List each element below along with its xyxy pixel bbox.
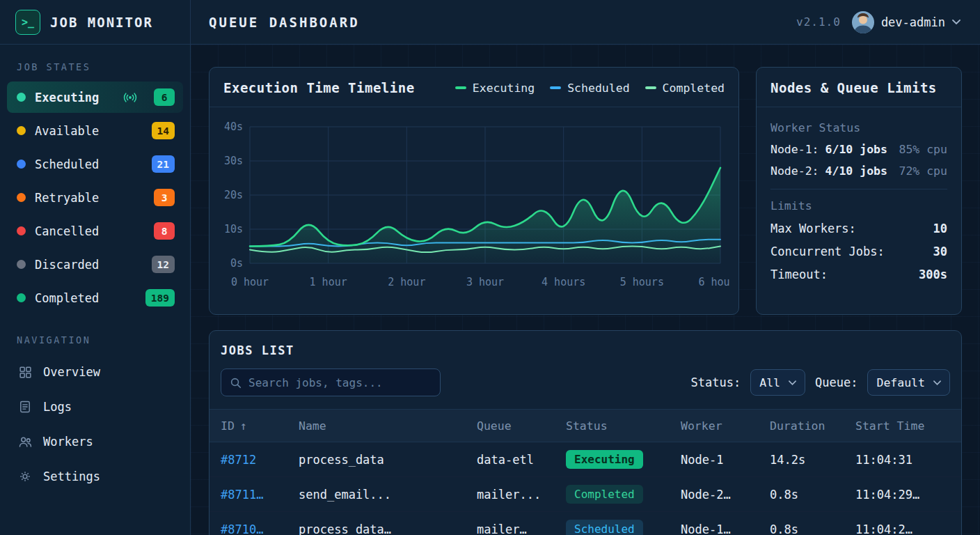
state-count-badge: 3 bbox=[154, 189, 175, 206]
state-label: Retryable bbox=[35, 191, 99, 205]
column-label: Start Time bbox=[855, 419, 924, 433]
column-label: Worker bbox=[681, 419, 722, 433]
svg-text:2 hour: 2 hour bbox=[388, 276, 425, 288]
sort-asc-icon: ↑ bbox=[240, 419, 247, 433]
column-header-queue[interactable]: Queue bbox=[477, 419, 566, 433]
limit-value: 300s bbox=[919, 268, 947, 281]
cell-name: send_email... bbox=[299, 488, 477, 502]
cell-start: 11:04:31 bbox=[855, 453, 961, 467]
svg-text:5 hours: 5 hours bbox=[620, 276, 664, 288]
cell-duration: 14.2s bbox=[770, 453, 855, 467]
svg-text:30s: 30s bbox=[224, 155, 243, 167]
sidebar-state-item[interactable]: Cancelled 8 bbox=[7, 215, 183, 247]
column-label: ID bbox=[221, 419, 235, 433]
legend-swatch bbox=[550, 86, 561, 89]
state-dot bbox=[17, 126, 26, 135]
status-badge: Scheduled bbox=[566, 520, 643, 535]
state-dot bbox=[17, 160, 26, 169]
status-filter-value: All bbox=[759, 376, 780, 389]
column-header-status[interactable]: Status bbox=[566, 419, 681, 433]
table-row[interactable]: #8710… process_data… mailer… Scheduled N… bbox=[210, 512, 961, 535]
state-count-badge: 189 bbox=[145, 289, 175, 307]
sidebar-state-item[interactable]: Executing 6 bbox=[7, 82, 183, 113]
sidebar-state-item[interactable]: Completed 189 bbox=[7, 282, 183, 313]
state-label: Cancelled bbox=[35, 224, 99, 238]
column-header-duration[interactable]: Duration bbox=[770, 419, 855, 433]
nav-label: Logs bbox=[43, 400, 72, 414]
column-label: Duration bbox=[770, 419, 825, 433]
cell-queue: mailer… bbox=[477, 522, 566, 535]
state-count-badge: 21 bbox=[152, 155, 175, 173]
main-content: Execution Time Timeline Executing Schedu… bbox=[191, 45, 980, 535]
legend-label: Scheduled bbox=[567, 82, 629, 95]
status-filter-select[interactable]: All bbox=[750, 369, 805, 396]
column-label: Status bbox=[566, 419, 608, 433]
table-row[interactable]: #8712 process_data data-etl Executing No… bbox=[210, 442, 961, 477]
chevron-down-icon bbox=[789, 380, 796, 385]
legend-item-scheduled: Scheduled bbox=[550, 82, 629, 95]
terminal-logo-icon: >_ bbox=[15, 10, 40, 35]
sidebar-item-settings[interactable]: Settings bbox=[0, 459, 190, 494]
cell-id: #8711… bbox=[221, 488, 299, 502]
chevron-down-icon bbox=[933, 380, 941, 385]
jobs-table-header: ID ↑ Name Queue Status Worker Duration S… bbox=[210, 409, 961, 442]
search-icon bbox=[230, 377, 242, 389]
state-dot bbox=[17, 93, 26, 102]
table-row[interactable]: #8711… send_email... mailer... Completed… bbox=[210, 477, 961, 512]
jobs-list-title: JOBS LIST bbox=[210, 331, 961, 362]
node-name: Node-2: bbox=[770, 164, 819, 178]
timeline-chart-svg: 0s10s20s30s40s0 hour1 hour2 hour3 hour4 … bbox=[218, 116, 730, 311]
state-count-badge: 8 bbox=[154, 222, 175, 240]
limit-label: Timeout: bbox=[770, 268, 828, 281]
document-icon bbox=[18, 401, 32, 413]
state-label: Available bbox=[35, 124, 99, 138]
sidebar-item-overview[interactable]: Overview bbox=[0, 355, 190, 389]
worker-status-label: Worker Status bbox=[770, 121, 947, 134]
cell-worker: Node-1 bbox=[681, 453, 770, 467]
limit-row: Concurrent Jobs: 30 bbox=[770, 245, 947, 258]
column-header-worker[interactable]: Worker bbox=[681, 419, 770, 433]
cell-queue: data-etl bbox=[477, 453, 566, 467]
state-label: Executing bbox=[35, 91, 99, 104]
sidebar-item-logs[interactable]: Logs bbox=[0, 389, 190, 424]
node-jobs: 4/10 jobs bbox=[825, 164, 887, 178]
column-header-start-time[interactable]: Start Time bbox=[855, 419, 961, 433]
state-dot bbox=[17, 260, 26, 269]
timeline-card: Execution Time Timeline Executing Schedu… bbox=[209, 67, 739, 315]
legend-swatch bbox=[455, 86, 466, 89]
sidebar-state-item[interactable]: Available 14 bbox=[7, 115, 183, 146]
svg-text:3 hour: 3 hour bbox=[466, 276, 504, 288]
status-badge: Executing bbox=[566, 450, 643, 469]
legend-label: Executing bbox=[473, 82, 535, 95]
page-title: QUEUE DASHBOARD bbox=[209, 15, 360, 30]
node-status-row: Node-2: 4/10 jobs 72% cpu bbox=[770, 164, 947, 178]
sidebar-state-item[interactable]: Retryable 3 bbox=[7, 182, 183, 213]
logo-glyph: >_ bbox=[22, 16, 34, 29]
sidebar-state-item[interactable]: Discarded 12 bbox=[7, 249, 183, 280]
timeline-chart: 0s10s20s30s40s0 hour1 hour2 hour3 hour4 … bbox=[210, 107, 738, 311]
user-menu[interactable]: dev-admin bbox=[852, 11, 961, 33]
search-input[interactable] bbox=[248, 376, 432, 389]
search-box bbox=[221, 369, 441, 396]
state-label: Scheduled bbox=[35, 157, 99, 171]
chevron-down-icon bbox=[952, 20, 961, 24]
queue-filter-select[interactable]: Default bbox=[867, 369, 950, 396]
gear-icon bbox=[18, 470, 32, 483]
job-states-list: Executing 6 Available 14 Scheduled 21 Re… bbox=[0, 82, 190, 313]
state-dot bbox=[17, 293, 26, 302]
node-status-row: Node-1: 6/10 jobs 85% cpu bbox=[770, 143, 947, 156]
people-icon bbox=[18, 436, 32, 448]
sidebar-state-item[interactable]: Scheduled 21 bbox=[7, 148, 183, 180]
state-count-badge: 12 bbox=[152, 256, 175, 273]
version-label: v2.1.0 bbox=[796, 15, 841, 29]
sidebar-item-workers[interactable]: Workers bbox=[0, 424, 190, 459]
cell-worker: Node-1… bbox=[681, 522, 770, 535]
limit-label: Concurrent Jobs: bbox=[770, 245, 885, 258]
node-cpu: 72% cpu bbox=[899, 164, 947, 178]
status-badge: Completed bbox=[566, 485, 643, 504]
nav-label: Workers bbox=[43, 435, 93, 449]
broadcast-live-icon bbox=[122, 93, 138, 102]
column-header-name[interactable]: Name bbox=[299, 419, 477, 433]
column-label: Name bbox=[299, 419, 326, 433]
column-header-id[interactable]: ID ↑ bbox=[221, 419, 299, 433]
